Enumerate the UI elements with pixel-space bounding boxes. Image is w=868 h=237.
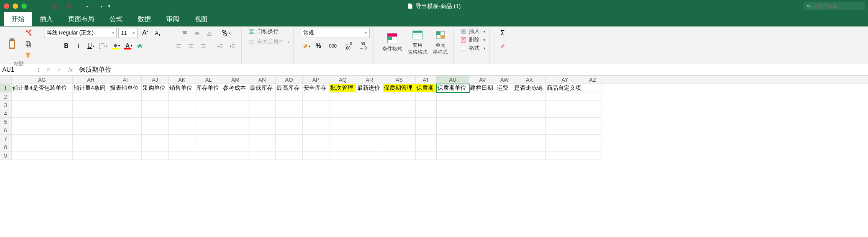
cell-AJ6[interactable] (142, 126, 169, 135)
cell-AR9[interactable] (356, 151, 383, 160)
cell-AY8[interactable] (546, 143, 584, 151)
column-header-AN[interactable]: AN (249, 76, 276, 84)
cell-AZ2[interactable] (584, 92, 601, 101)
cell-AQ5[interactable] (329, 118, 356, 126)
borders-button[interactable]: ▾ (98, 41, 108, 51)
cell-AK4[interactable] (169, 109, 195, 118)
tab-review[interactable]: 审阅 (159, 12, 187, 26)
cell-AO7[interactable] (276, 135, 303, 143)
cell-AH9[interactable] (73, 151, 109, 160)
cell-AG6[interactable] (11, 126, 73, 135)
enter-formula-icon[interactable]: ✓ (57, 66, 62, 73)
currency-button[interactable]: ▾ (301, 41, 311, 51)
cell-AU5[interactable] (437, 118, 469, 126)
cell-AX8[interactable] (513, 143, 546, 151)
tab-insert[interactable]: 插入 (32, 12, 61, 26)
cell-AS2[interactable] (383, 92, 416, 101)
cell-AY4[interactable] (546, 109, 584, 118)
cell-AO9[interactable] (276, 151, 303, 160)
cell-AK9[interactable] (169, 151, 195, 160)
cell-AM9[interactable] (222, 151, 249, 160)
cell-AW6[interactable] (496, 126, 513, 135)
cell-AR4[interactable] (356, 109, 383, 118)
font-size-select[interactable]: 11 (118, 28, 138, 38)
format-cells-button[interactable]: 格式▾ (460, 45, 485, 52)
cell-AR3[interactable] (356, 101, 383, 109)
insert-cells-button[interactable]: +插入▾ (460, 28, 485, 35)
format-painter-icon[interactable] (24, 51, 33, 60)
cell-AP7[interactable] (303, 135, 329, 143)
column-header-AU[interactable]: AU (437, 76, 469, 84)
cell-AI1[interactable]: 报表辅单位 (109, 84, 142, 92)
tab-formulas[interactable]: 公式 (102, 12, 130, 26)
tab-page-layout[interactable]: 页面布局 (61, 12, 102, 26)
cell-AV5[interactable] (469, 118, 496, 126)
cell-AU8[interactable] (437, 143, 469, 151)
cell-AU3[interactable] (437, 101, 469, 109)
column-header-AV[interactable]: AV (469, 76, 496, 84)
cell-AI9[interactable] (109, 151, 142, 160)
cell-AY1[interactable]: 商品自定义项 (546, 84, 584, 92)
cell-AQ6[interactable] (329, 126, 356, 135)
row-header-6[interactable]: 6 (0, 126, 11, 135)
column-header-AS[interactable]: AS (383, 76, 416, 84)
orientation-button[interactable]: ab▾ (221, 28, 231, 38)
column-header-AH[interactable]: AH (73, 76, 109, 84)
cell-AL9[interactable] (195, 151, 222, 160)
cell-AU2[interactable] (437, 92, 469, 101)
cell-AS1[interactable]: 保质期管理 (383, 84, 416, 92)
cell-AQ9[interactable] (329, 151, 356, 160)
font-color-button[interactable]: A▾ (122, 41, 133, 51)
cell-AT1[interactable]: 保质期 (416, 84, 437, 92)
cell-AN7[interactable] (249, 135, 276, 143)
increase-decimal-button[interactable]: ←.0.00 (342, 41, 355, 51)
cell-AK3[interactable] (169, 101, 195, 109)
cell-AP9[interactable] (303, 151, 329, 160)
tab-data[interactable]: 数据 (130, 12, 159, 26)
cell-AU1[interactable]: 保质期单位 (437, 84, 469, 92)
cell-AT7[interactable] (416, 135, 437, 143)
row-header-2[interactable]: 2 (0, 92, 11, 101)
row-header-4[interactable]: 4 (0, 109, 11, 118)
cell-AJ5[interactable] (142, 118, 169, 126)
cell-AY6[interactable] (546, 126, 584, 135)
cell-AV3[interactable] (469, 101, 496, 109)
cell-AO1[interactable]: 最高库存 (276, 84, 303, 92)
close-window-button[interactable] (4, 3, 9, 9)
cell-AJ9[interactable] (142, 151, 169, 160)
cell-AM8[interactable] (222, 143, 249, 151)
print-icon[interactable] (64, 2, 74, 11)
cell-AL3[interactable] (195, 101, 222, 109)
cell-AU4[interactable] (437, 109, 469, 118)
cell-AX5[interactable] (513, 118, 546, 126)
cell-AO3[interactable] (276, 101, 303, 109)
cell-AS8[interactable] (383, 143, 416, 151)
cell-AP2[interactable] (303, 92, 329, 101)
cell-AV2[interactable] (469, 92, 496, 101)
column-header-AO[interactable]: AO (276, 76, 303, 84)
align-right-button[interactable] (198, 41, 208, 51)
column-header-AP[interactable]: AP (303, 76, 329, 84)
cell-AJ2[interactable] (142, 92, 169, 101)
undo-button[interactable] (79, 2, 88, 11)
cell-AG8[interactable] (11, 143, 73, 151)
cell-AQ7[interactable] (329, 135, 356, 143)
cell-AP8[interactable] (303, 143, 329, 151)
align-bottom-button[interactable] (204, 28, 215, 38)
tab-home[interactable]: 开始 (4, 12, 32, 26)
cell-AL7[interactable] (195, 135, 222, 143)
cell-AV1[interactable]: 建档日期 (469, 84, 496, 92)
cell-AV7[interactable] (469, 135, 496, 143)
cell-AH6[interactable] (73, 126, 109, 135)
cell-AR1[interactable]: 最新进价 (356, 84, 383, 92)
cell-AR2[interactable] (356, 92, 383, 101)
column-header-AI[interactable]: AI (109, 76, 142, 84)
cell-AN8[interactable] (249, 143, 276, 151)
minimize-window-button[interactable] (13, 3, 18, 9)
column-header-AK[interactable]: AK (169, 76, 195, 84)
cell-AZ4[interactable] (584, 109, 601, 118)
cell-AH1[interactable]: 辅计量4条码 (73, 84, 109, 92)
autosum-button[interactable]: Σ (496, 28, 509, 38)
cell-AQ3[interactable] (329, 101, 356, 109)
cell-AZ6[interactable] (584, 126, 601, 135)
